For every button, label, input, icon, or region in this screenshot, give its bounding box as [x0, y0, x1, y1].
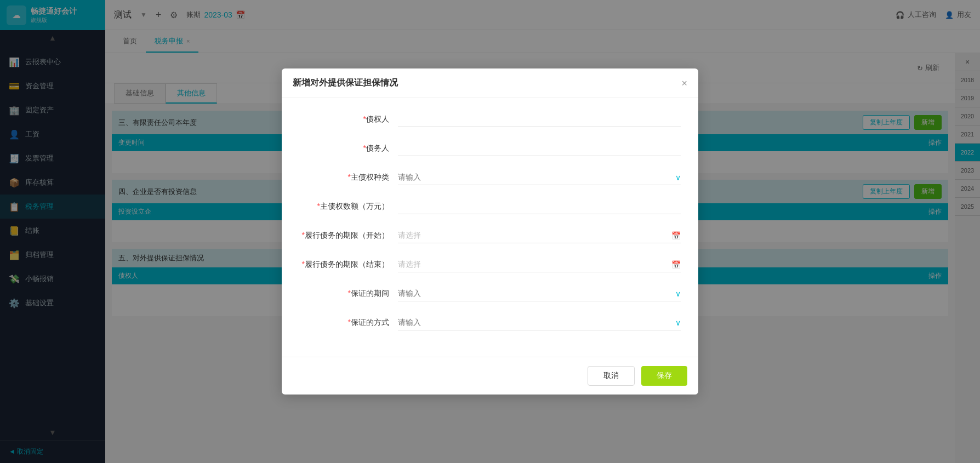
- save-button[interactable]: 保存: [641, 366, 687, 386]
- required-mark: *: [348, 318, 351, 327]
- control-guarantee-method: ∨: [398, 315, 681, 330]
- control-period-start: 📅: [398, 227, 681, 243]
- input-creditor-amount[interactable]: [398, 198, 681, 214]
- date-wrapper-end: 📅: [398, 256, 681, 272]
- form-row-period-start: *履行债务的期限（开始） 📅: [299, 227, 681, 243]
- dialog-overlay: 新增对外提供保证担保情况 × *债权人 *债务人: [0, 0, 980, 463]
- dialog-close-button[interactable]: ×: [681, 78, 687, 88]
- label-creditor: *债权人: [299, 115, 398, 124]
- form-row-creditor: *债权人: [299, 111, 681, 127]
- required-mark: *: [302, 260, 305, 268]
- select-wrapper-guarantee-period: ∨: [398, 285, 681, 301]
- form-row-debtor: *债务人: [299, 140, 681, 156]
- label-period-start: *履行债务的期限（开始）: [299, 231, 398, 241]
- label-creditor-type: *主债权种类: [299, 173, 398, 182]
- control-creditor: [398, 111, 681, 127]
- form-row-guarantee-period: *保证的期间 ∨: [299, 285, 681, 301]
- date-wrapper-start: 📅: [398, 227, 681, 243]
- control-guarantee-period: ∨: [398, 285, 681, 301]
- calendar-icon-start[interactable]: 📅: [671, 231, 681, 240]
- label-debtor: *债务人: [299, 144, 398, 153]
- calendar-icon-end[interactable]: 📅: [671, 260, 681, 269]
- control-creditor-amount: [398, 198, 681, 214]
- label-guarantee-period: *保证的期间: [299, 289, 398, 299]
- control-debtor: [398, 140, 681, 156]
- form-row-creditor-amount: *主债权数额（万元）: [299, 198, 681, 214]
- dialog-body: *债权人 *债务人: [282, 98, 698, 357]
- required-mark: *: [363, 144, 366, 152]
- required-mark: *: [363, 115, 366, 123]
- input-debtor[interactable]: [398, 140, 681, 156]
- control-period-end: 📅: [398, 256, 681, 272]
- label-period-end: *履行债务的期限（结束）: [299, 260, 398, 270]
- required-mark: *: [348, 289, 351, 298]
- label-creditor-amount: *主债权数额（万元）: [299, 202, 398, 212]
- select-wrapper-guarantee-method: ∨: [398, 315, 681, 330]
- label-guarantee-method: *保证的方式: [299, 318, 398, 328]
- input-creditor[interactable]: [398, 111, 681, 127]
- select-creditor-type[interactable]: [398, 169, 681, 185]
- dialog: 新增对外提供保证担保情况 × *债权人 *债务人: [282, 68, 698, 395]
- date-input-start[interactable]: [398, 227, 681, 243]
- dialog-footer: 取消 保存: [282, 357, 698, 395]
- select-guarantee-period[interactable]: [398, 285, 681, 301]
- required-mark: *: [348, 173, 351, 181]
- form-row-guarantee-method: *保证的方式 ∨: [299, 315, 681, 330]
- dialog-header: 新增对外提供保证担保情况 ×: [282, 68, 698, 98]
- cancel-button[interactable]: 取消: [588, 366, 635, 386]
- required-mark: *: [302, 231, 305, 239]
- select-wrapper-creditor-type: ∨: [398, 169, 681, 185]
- select-guarantee-method[interactable]: [398, 315, 681, 330]
- date-input-end[interactable]: [398, 256, 681, 272]
- required-mark: *: [317, 202, 320, 210]
- form-row-creditor-type: *主债权种类 ∨: [299, 169, 681, 185]
- control-creditor-type: ∨: [398, 169, 681, 185]
- dialog-title: 新增对外提供保证担保情况: [293, 77, 398, 89]
- form-row-period-end: *履行债务的期限（结束） 📅: [299, 256, 681, 272]
